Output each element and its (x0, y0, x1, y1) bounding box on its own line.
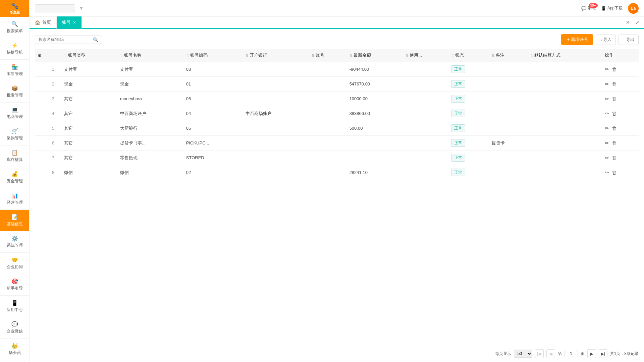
inventory-icon: 📋 (3, 149, 26, 156)
tab-actions: ✕ ⤢ (624, 18, 644, 26)
row-usage (403, 62, 448, 77)
row-status: 正常 (448, 62, 489, 77)
sidebar-item-vip[interactable]: 👑 畅会员 (0, 339, 29, 360)
export-icon: ↑ (623, 37, 625, 42)
sidebar-item-retail[interactable]: 🏪 零售管理 (0, 60, 29, 81)
delete-button[interactable]: 🗑 (612, 66, 617, 72)
sidebar-item-search[interactable]: 🔍 搜索菜单 (0, 17, 29, 38)
sidebar-item-agreement[interactable]: 🤝 企业协同 (0, 253, 29, 274)
row-name: moneybosx (117, 92, 183, 106)
edit-button[interactable]: ✏ (605, 66, 609, 72)
row-settings (35, 136, 45, 150)
status-badge: 正常 (451, 80, 465, 88)
row-type: 支付宝 (61, 62, 117, 77)
table-row: 5 其它 大新银行 05 500.00 正常 ✏ 🗑 (35, 121, 639, 136)
delete-button[interactable]: 🗑 (612, 125, 617, 131)
col-usage[interactable]: ⇅使用... (403, 49, 448, 62)
delete-button[interactable]: 🗑 (612, 170, 617, 176)
app-download-label: App下载 (607, 5, 623, 11)
edit-button[interactable]: ✏ (605, 81, 609, 87)
sidebar-item-inventory[interactable]: 📋 库存核算 (0, 145, 29, 167)
search-wrapper: 🔍 (35, 36, 102, 44)
row-bank (243, 165, 309, 180)
row-num: 7 (45, 150, 61, 165)
search-icon[interactable]: 🔍 (93, 37, 98, 42)
sidebar-item-basic-info[interactable]: 📝 基础信息 (0, 210, 29, 231)
sidebar-item-ecommerce[interactable]: 💻 电商管理 (0, 103, 29, 124)
row-settle (528, 150, 602, 165)
tab-maximize-button[interactable]: ⤢ (633, 18, 641, 26)
sidebar-item-finance[interactable]: 💰 资金管理 (0, 167, 29, 188)
row-num: 6 (45, 136, 61, 150)
row-settle (528, 165, 602, 180)
last-page-button[interactable]: ▶| (599, 349, 607, 358)
vip-icon: 👑 (3, 343, 26, 349)
sidebar-item-app-center[interactable]: 📱 应用中心 (0, 296, 29, 317)
col-balance[interactable]: ⇅最新余额 (347, 49, 403, 62)
header-right: 💬 消息 99+ 📱 App下载 Ea (581, 3, 639, 14)
row-num: 2 (45, 77, 61, 92)
sidebar-item-quick-nav-label: 快捷导航 (3, 50, 26, 55)
search-input[interactable] (39, 37, 91, 42)
message-button[interactable]: 💬 消息 99+ (581, 5, 596, 11)
col-settle[interactable]: ⇅默认结算方式 (528, 49, 602, 62)
sidebar-item-guide-label: 新手引导 (3, 286, 26, 291)
import-button[interactable]: ↓ 导入 (596, 35, 616, 45)
col-type[interactable]: ⇅账号类型 (61, 49, 117, 62)
delete-button[interactable]: 🗑 (612, 155, 617, 161)
sidebar-item-system[interactable]: ⚙️ 系统管理 (0, 231, 29, 253)
next-page-button[interactable]: ▶ (587, 349, 596, 358)
row-status: 正常 (448, 136, 489, 150)
row-note (489, 150, 528, 165)
tab-close-button[interactable]: ✕ (624, 18, 632, 26)
col-action: 操作 (602, 49, 639, 62)
col-settings[interactable]: ⚙ (35, 49, 45, 62)
first-page-button[interactable]: |◀ (535, 349, 544, 358)
edit-button[interactable]: ✏ (605, 96, 609, 102)
sidebar-item-retail-label: 零售管理 (3, 71, 26, 77)
edit-button[interactable]: ✏ (605, 170, 609, 176)
add-account-button[interactable]: + 新增账号 (561, 34, 593, 45)
current-page-input[interactable] (565, 350, 578, 357)
edit-button[interactable]: ✏ (605, 125, 609, 131)
status-badge: 正常 (451, 169, 465, 176)
edit-button[interactable]: ✏ (605, 140, 609, 146)
dropdown-icon[interactable]: ▼ (79, 6, 84, 11)
user-avatar[interactable]: Ea (628, 3, 639, 14)
delete-button[interactable]: 🗑 (612, 81, 617, 87)
sidebar-item-wholesale[interactable]: 📦 批发管理 (0, 81, 29, 103)
col-account[interactable]: ⇅账号 (309, 49, 347, 62)
sidebar-item-guide[interactable]: 🎯 新手引导 (0, 274, 29, 296)
row-type: 其它 (61, 121, 117, 136)
sidebar-item-wechat[interactable]: 💬 企业微信 (0, 317, 29, 339)
col-code[interactable]: ⇅账号编码 (183, 49, 243, 62)
page-size-select[interactable]: 50 20 100 (514, 350, 532, 358)
guide-icon: 🎯 (3, 278, 26, 285)
sidebar-item-purchase[interactable]: 🛒 采购管理 (0, 124, 29, 145)
header-search-input[interactable] (35, 4, 75, 12)
export-button[interactable]: ↑ 导出 (619, 35, 639, 45)
sidebar-item-basic-info-label: 基础信息 (3, 221, 26, 227)
row-code: 06 (183, 92, 243, 106)
app-download-button[interactable]: 📱 App下载 (601, 5, 623, 11)
col-name[interactable]: ⇅账号名称 (117, 49, 183, 62)
content-area: 🔍 + 新增账号 ↓ 导入 ↑ 导出 (30, 29, 644, 345)
delete-button[interactable]: 🗑 (612, 96, 617, 102)
col-note[interactable]: ⇅备注 (489, 49, 528, 62)
tab-home[interactable]: 🏠 首页 (30, 16, 57, 28)
tab-account[interactable]: 账号 ✕ (57, 16, 82, 28)
edit-button[interactable]: ✏ (605, 155, 609, 161)
edit-button[interactable]: ✏ (605, 111, 609, 117)
row-account (309, 92, 347, 106)
row-account (309, 106, 347, 121)
status-badge: 正常 (451, 95, 465, 103)
row-account (309, 62, 347, 77)
sidebar-item-operations[interactable]: 📊 经营管理 (0, 188, 29, 210)
prev-page-button[interactable]: ◀ (546, 349, 555, 358)
delete-button[interactable]: 🗑 (612, 140, 617, 146)
col-status[interactable]: ⇅状态 (448, 49, 489, 62)
tab-close-account[interactable]: ✕ (73, 20, 76, 25)
delete-button[interactable]: 🗑 (612, 111, 617, 117)
col-bank[interactable]: ⇅开户银行 (243, 49, 309, 62)
sidebar-item-quick-nav[interactable]: ⚡ 快捷导航 (0, 38, 29, 60)
